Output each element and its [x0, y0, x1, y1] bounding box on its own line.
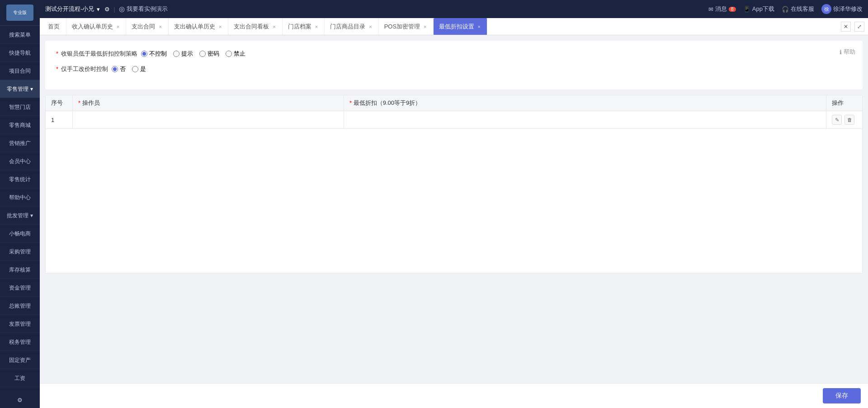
discount-input[interactable]: [349, 117, 821, 123]
tab-close-pos-password[interactable]: ×: [423, 24, 427, 29]
message-icon: ✉: [708, 6, 713, 13]
topbar: 测试分开流程-小兄 ▾ ⚙ | ◎ 我要看实例演示 ✉ 消息 8 📱 App下载…: [40, 0, 868, 18]
demo-link[interactable]: ◎ 我要看实例演示: [119, 5, 168, 13]
field2-radio-group: 否是: [112, 65, 146, 73]
tab-expense-board[interactable]: 支出合同看板×: [228, 18, 282, 35]
sidebar-item-marketing[interactable]: 营销推广: [0, 134, 40, 152]
tab-min-discount[interactable]: 最低折扣设置×: [434, 18, 487, 35]
empty-row: [46, 129, 863, 273]
message-button[interactable]: ✉ 消息 8: [708, 5, 736, 13]
sidebar-item-invoice[interactable]: 发票管理: [0, 315, 40, 333]
discount-table-container: 序号 * 操作员 * 最低折扣（9.00等于9折） 操作 1: [45, 95, 863, 273]
tab-close-contract[interactable]: ×: [158, 24, 162, 29]
tab-label-min-discount: 最低折扣设置: [439, 23, 474, 31]
tab-home[interactable]: 首页: [42, 18, 66, 35]
close-tab-button[interactable]: ✕: [841, 22, 851, 32]
sidebar-item-help[interactable]: 帮助中心: [0, 188, 40, 206]
sidebar-item-account[interactable]: 总账管理: [0, 297, 40, 315]
sidebar-item-online-store[interactable]: 零售商城: [0, 116, 40, 134]
help-button[interactable]: ℹ 帮助: [840, 48, 855, 56]
support-button[interactable]: 🎧 在线客服: [782, 5, 814, 13]
field2-option-no[interactable]: 否: [112, 65, 126, 73]
col-operator-header: * 操作员: [73, 95, 344, 111]
sidebar-item-assets[interactable]: 固定资产: [0, 351, 40, 369]
sidebar-item-tax[interactable]: 税务管理: [0, 333, 40, 351]
field1-option-no-control[interactable]: 不控制: [141, 50, 167, 58]
settings-icon[interactable]: ⚙: [104, 6, 110, 13]
message-badge: 8: [729, 7, 736, 12]
col-action-header: 操作: [826, 95, 863, 111]
tab-close-income-history[interactable]: ×: [116, 24, 120, 29]
tabbar: 首页收入确认单历史×支出合同×支出确认单历史×支出合同看板×门店档案×门店商品目…: [40, 18, 868, 35]
table-row: 1 ✎ 🗑: [46, 111, 863, 129]
field2-radio-no[interactable]: [112, 66, 118, 72]
field1-row: * 收银员低于最低折扣控制策略 不控制提示密码禁止: [56, 50, 852, 58]
tab-label-store-file: 门店档案: [288, 23, 311, 31]
tab-label-pos-password: POS加密管理: [384, 23, 420, 31]
sidebar-item-finance[interactable]: 资金管理: [0, 279, 40, 297]
chevron-down-icon: ▾: [97, 6, 100, 13]
tab-store-product[interactable]: 门店商品目录×: [325, 18, 378, 35]
tab-close-store-product[interactable]: ×: [368, 24, 373, 29]
download-icon: 📱: [743, 6, 750, 13]
discount-cell[interactable]: [344, 111, 826, 129]
app-logo: 专业版: [6, 5, 33, 21]
delete-icon[interactable]: 🗑: [844, 115, 854, 125]
field1-radio-password[interactable]: [199, 51, 206, 57]
tab-income-history[interactable]: 收入确认单历史×: [66, 18, 126, 35]
page-footer: 保存: [40, 383, 868, 408]
field2-option-yes[interactable]: 是: [132, 65, 146, 73]
main-area: 测试分开流程-小兄 ▾ ⚙ | ◎ 我要看实例演示 ✉ 消息 8 📱 App下载…: [40, 0, 868, 408]
sidebar-item-shortcut[interactable]: 快捷导航: [0, 44, 40, 62]
field1-radio-no-control[interactable]: [141, 51, 147, 57]
sidebar-item-smart-store[interactable]: 智慧门店: [0, 98, 40, 116]
tab-contract[interactable]: 支出合同×: [126, 18, 168, 35]
help-icon: ℹ: [840, 49, 842, 56]
sidebar-item-purchase[interactable]: 采购管理: [0, 243, 40, 261]
field1-option-ban[interactable]: 禁止: [226, 50, 245, 58]
sidebar-item-retail-stats[interactable]: 零售统计: [0, 170, 40, 188]
tab-label-expense-history: 支出确认单历史: [174, 23, 215, 31]
tab-store-file[interactable]: 门店档案×: [283, 18, 325, 35]
tab-pos-password[interactable]: POS加密管理×: [379, 18, 434, 35]
page-content: ℹ 帮助 * 收银员低于最低折扣控制策略 不控制提示密码禁止 * 仅手工改价时控…: [40, 35, 868, 383]
tabbar-controls: ✕ ⤢: [841, 22, 866, 32]
sidebar-item-wholesale[interactable]: 批发管理 ▾: [0, 206, 40, 225]
operator-cell[interactable]: [73, 111, 344, 129]
sidebar-item-search[interactable]: 搜索菜单: [0, 26, 40, 44]
tab-close-expense-board[interactable]: ×: [272, 24, 276, 29]
field1-radio-hint[interactable]: [173, 51, 179, 57]
app-download-button[interactable]: 📱 App下载: [743, 5, 774, 13]
sidebar-item-salary[interactable]: 工资: [0, 369, 40, 387]
operator-input[interactable]: [78, 117, 338, 123]
field1-radio-ban[interactable]: [226, 51, 232, 57]
field2-row: * 仅手工改价时控制 否是: [56, 65, 852, 73]
edit-icon[interactable]: ✎: [832, 115, 842, 125]
circle-icon: ◎: [119, 5, 125, 13]
field1-option-hint[interactable]: 提示: [173, 50, 193, 58]
save-button[interactable]: 保存: [823, 388, 861, 403]
tab-expense-history[interactable]: 支出确认单历史×: [169, 18, 228, 35]
sidebar-item-ecommerce[interactable]: 小畅电商: [0, 225, 40, 243]
tab-close-store-file[interactable]: ×: [314, 24, 319, 29]
sidebar: 专业版 搜索菜单快捷导航项目合同零售管理 ▾智慧门店零售商城营销推广会员中心零售…: [0, 0, 40, 408]
sidebar-item-project[interactable]: 项目合同: [0, 62, 40, 80]
field1-option-password[interactable]: 密码: [199, 50, 219, 58]
expand-button[interactable]: ⤢: [854, 22, 864, 32]
project-selector[interactable]: 测试分开流程-小兄 ▾: [45, 5, 100, 13]
avatar: 徐: [821, 4, 831, 14]
sidebar-settings[interactable]: ⚙: [0, 392, 40, 408]
tab-label-income-history: 收入确认单历史: [72, 23, 113, 31]
sidebar-item-retail[interactable]: 零售管理 ▾: [0, 80, 40, 98]
field2-radio-yes[interactable]: [132, 66, 138, 72]
sidebar-item-member[interactable]: 会员中心: [0, 152, 40, 170]
action-cell: ✎ 🗑: [826, 111, 863, 129]
tab-close-min-discount[interactable]: ×: [477, 24, 481, 29]
user-menu[interactable]: 徐 徐泽华修改: [821, 4, 863, 14]
field1-label: * 收银员低于最低折扣控制策略: [56, 50, 137, 58]
seq-cell: 1: [46, 111, 73, 129]
field2-label: * 仅手工改价时控制: [56, 65, 108, 73]
field1-radio-group: 不控制提示密码禁止: [141, 50, 245, 58]
sidebar-item-inventory[interactable]: 库存核算: [0, 261, 40, 279]
tab-close-expense-history[interactable]: ×: [218, 24, 222, 29]
